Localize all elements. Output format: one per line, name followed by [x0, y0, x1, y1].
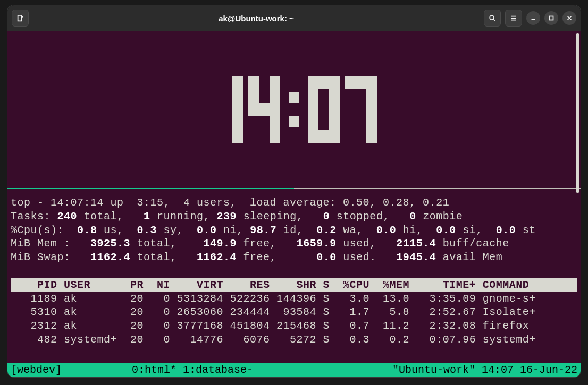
tmux-status-right: "Ubuntu-work" 14:07 16-Jun-22 — [392, 363, 577, 377]
new-tab-button[interactable] — [12, 10, 29, 27]
scrollbar[interactable] — [576, 33, 579, 193]
titlebar: ak@Ubuntu-work: ~ — [7, 5, 581, 31]
clock-display — [211, 76, 377, 144]
search-button[interactable] — [484, 10, 501, 27]
tmux-windows: 0:html* 1:database- — [132, 363, 253, 377]
svg-point-0 — [490, 15, 494, 20]
svg-rect-1 — [550, 16, 553, 20]
close-button[interactable] — [562, 11, 576, 25]
clock-pane[interactable] — [7, 31, 581, 188]
top-pane[interactable]: top - 14:07:14 up 3:15, 4 users, load av… — [7, 189, 581, 363]
terminal-window: ak@Ubuntu-work: ~ — [7, 5, 581, 377]
tmux-session: [webdev] — [11, 363, 62, 377]
maximize-button[interactable] — [544, 11, 558, 25]
window-title: ak@Ubuntu-work: ~ — [29, 14, 484, 23]
minimize-button[interactable] — [526, 11, 540, 25]
menu-button[interactable] — [505, 10, 522, 27]
tmux-status-bar[interactable]: [webdev] 0:html* 1:database-"Ubuntu-work… — [7, 363, 581, 377]
process-table-header: PID USER PR NI VIRT RES SHR S %CPU %MEM … — [11, 278, 577, 292]
